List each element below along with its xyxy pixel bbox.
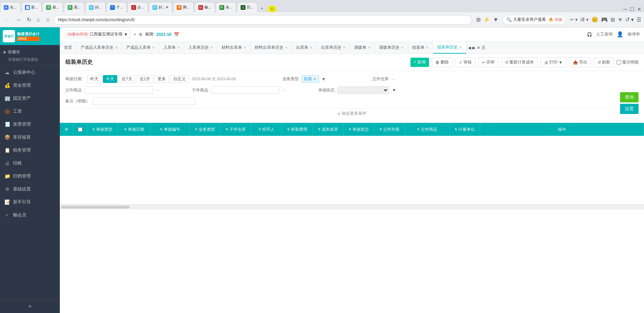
- game-icon[interactable]: 🎮: [601, 16, 608, 23]
- parent-goods-dots[interactable]: ···: [156, 88, 159, 93]
- window-close-btn[interactable]: ✕: [637, 6, 641, 12]
- child-goods-input[interactable]: [211, 86, 279, 94]
- nav-tab-mat-out[interactable]: 材料出库单 ✕: [217, 42, 251, 53]
- custom-btn[interactable]: 自定义: [170, 75, 189, 83]
- tabs-scroll-left[interactable]: ◀: [468, 45, 471, 50]
- browser-tab-10[interactable]: M 畅...: [194, 2, 215, 12]
- nav-tab-assemble-history-close[interactable]: ✕: [459, 45, 462, 49]
- user-icon[interactable]: 👤: [617, 31, 623, 38]
- apps-icon[interactable]: ⊞: [611, 16, 615, 23]
- home-button[interactable]: ⌂: [35, 15, 42, 24]
- th-cost-diff[interactable]: ⇅ 成本差异: [313, 123, 344, 136]
- nav-tab-in-order[interactable]: 入库单 ✕: [159, 42, 184, 53]
- nav-tab-mat-out-history[interactable]: 材料出库单历史 ✕: [251, 42, 292, 53]
- reload-button[interactable]: ↻: [25, 15, 33, 24]
- filter-collapse-btn[interactable]: ∧ 收起更多条件: [65, 108, 639, 118]
- th-parent-goods[interactable]: ⇅ 父件商品: [405, 123, 450, 136]
- sidebar-favorites-sub[interactable]: 快捷键打开收藏夹: [3, 56, 57, 63]
- horizontal-scrollbar[interactable]: [60, 204, 644, 210]
- nav-tab-adjust[interactable]: 调拨单 ✕: [350, 42, 375, 53]
- order-status-select[interactable]: [337, 86, 389, 94]
- window-minimize-btn[interactable]: ─: [623, 6, 627, 12]
- child-goods-dots[interactable]: ···: [282, 88, 285, 93]
- sidebar-item-checkout[interactable]: 🖨 结账: [0, 157, 60, 170]
- user-name[interactable]: 徐泽华: [628, 31, 640, 37]
- scrollbar-thumb[interactable]: [61, 206, 130, 209]
- tabs-close-current[interactable]: ✕: [477, 45, 480, 50]
- emoji-icon[interactable]: 😊: [591, 16, 598, 23]
- grid-icon[interactable]: ⊞: [476, 16, 481, 23]
- select-all-checkbox[interactable]: [78, 127, 82, 132]
- lightning-icon[interactable]: ⚡: [483, 16, 490, 23]
- yesterday-btn[interactable]: 昨天: [87, 75, 102, 83]
- recalc-button[interactable]: ↺ 重新计算成本: [501, 57, 538, 67]
- settings-action-button[interactable]: 设置: [620, 104, 639, 114]
- nav-tab-prod-in-history[interactable]: 产成品入库单历史 ✕: [77, 42, 122, 53]
- export-button[interactable]: 📤 导出: [569, 57, 591, 67]
- nav-tab-adjust-close[interactable]: ✕: [368, 46, 371, 49]
- menu-icon[interactable]: ☰: [636, 16, 641, 23]
- nav-tab-prod-in-close[interactable]: ✕: [152, 46, 155, 49]
- sidebar-item-cloud-report[interactable]: ☁ 云报表中心: [0, 66, 60, 79]
- nav-tab-out-close[interactable]: ✕: [310, 46, 312, 49]
- browser-tab-6[interactable]: 个 个...: [106, 2, 127, 12]
- sidebar-item-guide[interactable]: 📝 新手引导: [0, 196, 60, 209]
- th-order-date[interactable]: ⇅ 单据日期: [118, 123, 150, 136]
- browser-tab-3[interactable]: 易 易...: [42, 2, 63, 12]
- refresh-button[interactable]: ↺ 刷新: [594, 57, 614, 67]
- forward-button[interactable]: →: [14, 15, 23, 24]
- th-handler[interactable]: ⇅ 经手人: [251, 123, 282, 136]
- delete-button[interactable]: 🗑 删除: [432, 57, 453, 67]
- consult-icon[interactable]: 🎧: [587, 32, 592, 37]
- nav-tab-assemble[interactable]: 组装单 ✕: [408, 42, 433, 53]
- nav-tab-out-history-close[interactable]: ✕: [343, 46, 346, 49]
- more-btn[interactable]: 更多: [155, 75, 169, 83]
- consult-label[interactable]: 人工咨询: [596, 31, 613, 37]
- nav-tab-mat-out-close[interactable]: ✕: [243, 46, 246, 49]
- nav-tab-prod-in-history-close[interactable]: ✕: [115, 46, 118, 49]
- translate-icon[interactable]: 译 ▾: [580, 17, 589, 23]
- calendar-icon[interactable]: 📅: [174, 32, 179, 37]
- settings-icon[interactable]: ⚙: [139, 32, 143, 37]
- nav-tab-adjust-history-close[interactable]: ✕: [401, 46, 404, 49]
- new-tab-button[interactable]: +: [258, 5, 266, 12]
- show-detail-checkbox[interactable]: [617, 60, 621, 65]
- theme-icon[interactable]: ☀: [618, 16, 622, 23]
- bookmark-button[interactable]: ☆: [43, 15, 52, 24]
- browser-tab-4[interactable]: 易 易...: [64, 2, 84, 12]
- th-disassemble-fee[interactable]: ⇅ 拆装费用: [282, 123, 313, 136]
- show-detail-checkbox-wrapper[interactable]: 显示明细: [617, 59, 639, 65]
- browser-tab-12[interactable]: S 目...: [237, 2, 257, 12]
- print-button[interactable]: 🖨 打印 ▼: [540, 57, 566, 67]
- sidebar-item-inventory[interactable]: 📦 库存核算: [0, 131, 60, 144]
- nav-tab-adjust-history[interactable]: 调拨单历史 ✕: [375, 42, 408, 53]
- nav-tab-in-history[interactable]: 入库单历史 ✕: [184, 42, 217, 53]
- back-button[interactable]: ←: [3, 15, 12, 24]
- browser-tab-11[interactable]: 各 各...: [216, 2, 236, 12]
- nav-tab-in-history-close[interactable]: ✕: [210, 46, 213, 49]
- sidebar-item-fixed-assets[interactable]: 🏢 固定资产: [0, 92, 60, 105]
- sidebar-item-invoice[interactable]: 🧾 发票管理: [0, 118, 60, 131]
- window-maximize-btn[interactable]: ☐: [630, 6, 634, 12]
- tab-close-icon-8[interactable]: ✕: [165, 5, 169, 10]
- tabs-scroll-right[interactable]: ▶: [472, 45, 475, 50]
- query-button[interactable]: 查询: [620, 92, 639, 102]
- parent-goods-input[interactable]: [84, 86, 153, 94]
- sidebar-add-button[interactable]: +: [28, 303, 32, 310]
- parent-warehouse-dots[interactable]: ···: [391, 77, 395, 82]
- notes-input[interactable]: [93, 97, 195, 105]
- company-selector[interactable]: (勿删勿禁用) 江西服宝测试专用 ▼: [64, 30, 131, 38]
- nav-tab-assemble-close[interactable]: ✕: [426, 46, 429, 49]
- th-unit[interactable]: ⇅ 计量单位: [450, 123, 480, 136]
- th-checkbox[interactable]: [73, 123, 87, 136]
- tabs-more-menu[interactable]: ☰: [482, 45, 485, 50]
- sidebar-item-archive[interactable]: 📁 归档管理: [0, 170, 60, 183]
- browser-tab-9[interactable]: 腾 腾...: [173, 2, 193, 12]
- sidebar-item-member[interactable]: ✓ 畅会员: [0, 209, 60, 222]
- history-icon[interactable]: ↺ ▾: [625, 16, 634, 23]
- th-child-warehouse[interactable]: ⇅ 子件仓库: [220, 123, 251, 136]
- th-order-no[interactable]: ⇅ 单据编号: [150, 123, 190, 136]
- sidebar-item-fund[interactable]: 💰 资金管理: [0, 79, 60, 92]
- browser-tab-1[interactable]: ✦ 在...: [0, 2, 21, 12]
- browser-tab-2[interactable]: 📄 新...: [21, 2, 42, 12]
